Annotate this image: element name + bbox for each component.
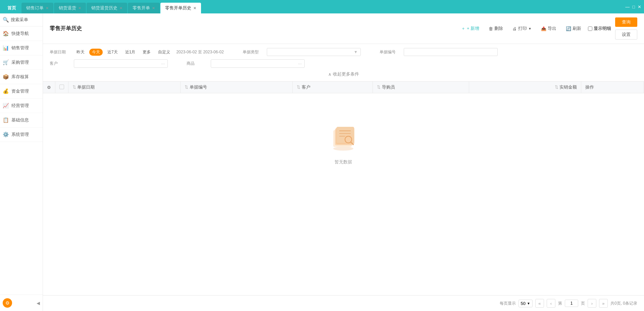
number-filter-label: 单据编号 — [380, 49, 398, 55]
print-label: 打印 — [518, 25, 527, 32]
select-all-checkbox[interactable] — [59, 85, 64, 89]
sidebar-collapse-btn[interactable]: ◀ — [37, 301, 40, 306]
th-settings[interactable]: ⚙ — [43, 82, 55, 93]
refresh-button[interactable]: 🔄 刷新 — [563, 24, 584, 33]
export-icon: 📤 — [541, 26, 546, 31]
window-maximize[interactable]: □ — [632, 4, 635, 9]
sidebar-item-quick-nav[interactable]: 🏠 快捷导航 — [0, 27, 43, 41]
empty-state: 暂无数据 — [43, 93, 644, 192]
main-layout: 🔍 搜索采单 🏠 快捷导航 📊 销售管理 🛒 采购管理 📦 库存核算 💰 资金管… — [0, 13, 644, 311]
date-btn-yesterday[interactable]: 昨天 — [74, 49, 87, 56]
type-filter-select[interactable]: ▼ — [267, 48, 361, 56]
collapse-arrow-icon: ◀ — [37, 301, 40, 306]
total-info: 共0页, 0条记录 — [610, 301, 637, 306]
sidebar-item-system-label: 系统管理 — [11, 132, 29, 138]
empty-row: 暂无数据 — [43, 93, 644, 192]
close-sales-return-history-icon[interactable]: ✕ — [119, 6, 122, 10]
date-filter-label: 单据日期 — [50, 49, 68, 55]
customer-filter-select[interactable]: ··· — [74, 59, 168, 68]
tab-retail-history[interactable]: 零售开单历史 ✕ — [160, 3, 201, 13]
tab-sales-return[interactable]: 销货退货 ✕ — [54, 3, 86, 13]
date-range-display: 2023-06-02 至 2023-06-02 — [176, 49, 224, 55]
page-title: 零售开单历史 — [50, 25, 82, 32]
th-number[interactable]: ⇅ 单据编号 — [181, 82, 293, 93]
goods-filter-label: 商品 — [187, 61, 205, 66]
last-page-btn[interactable]: » — [599, 299, 608, 308]
date-btn-1month[interactable]: 近1月 — [122, 49, 138, 56]
page-size-value: 50 — [521, 301, 526, 306]
date-btn-today[interactable]: 今天 — [89, 49, 103, 56]
export-button[interactable]: 📤 导出 — [538, 24, 559, 33]
date-btn-custom[interactable]: 自定义 — [155, 49, 173, 56]
date-options: 昨天 今天 近7天 近1月 更多 自定义 2023-06-02 至 2023-0… — [74, 49, 224, 56]
sidebar-item-finance[interactable]: 💰 资金管理 — [0, 84, 43, 99]
home-icon: 🏠 — [3, 31, 9, 37]
sidebar-item-system[interactable]: ⚙️ 系统管理 — [0, 127, 43, 142]
search-icon: 🔍 — [3, 17, 9, 23]
window-minimize[interactable]: — — [625, 4, 630, 9]
right-buttons: 查询 设置 — [615, 17, 637, 40]
prev-page-btn[interactable]: ‹ — [547, 299, 555, 308]
sidebar-item-management[interactable]: 📈 经营管理 — [0, 99, 43, 113]
sidebar-search[interactable]: 🔍 搜索采单 — [0, 13, 43, 27]
next-page-btn[interactable]: › — [588, 299, 596, 308]
table-settings-icon[interactable]: ⚙ — [47, 85, 51, 90]
query-button[interactable]: 查询 — [615, 17, 637, 27]
setting-button[interactable]: 设置 — [615, 30, 637, 40]
sidebar: 🔍 搜索采单 🏠 快捷导航 📊 销售管理 🛒 采购管理 📦 库存核算 💰 资金管… — [0, 13, 43, 311]
th-date[interactable]: ⇅ 单据日期 — [68, 82, 181, 93]
goods-dots-icon: ··· — [298, 61, 302, 66]
empty-text: 暂无数据 — [335, 159, 352, 165]
sidebar-item-finance-label: 资金管理 — [11, 88, 29, 94]
collapse-btn[interactable]: ∧ 收起更多条件 — [50, 71, 637, 77]
print-button[interactable]: 🖨 打印 ▼ — [510, 24, 534, 33]
table-wrapper: ⚙ ⇅ 单据日期 ⇅ 单据编号 — [43, 82, 644, 295]
goods-filter-select[interactable]: ··· — [211, 59, 305, 68]
tab-sales-order[interactable]: 销售订单 ✕ — [21, 3, 53, 13]
management-icon: 📈 — [3, 103, 9, 109]
display-detail-toggle[interactable]: 显示明细 — [588, 25, 611, 32]
purchase-icon: 🛒 — [3, 59, 9, 65]
settings-bottom-icon[interactable]: ⚙ — [3, 298, 12, 308]
th-customer[interactable]: ⇅ 客户 — [293, 82, 373, 93]
first-page-btn[interactable]: « — [535, 299, 544, 308]
page-number-input[interactable] — [565, 300, 578, 307]
tab-sales-return-history-label: 销货退货历史 — [91, 5, 117, 11]
filter-area: 单据日期 昨天 今天 近7天 近1月 更多 自定义 2023-06-02 至 2… — [43, 44, 644, 82]
close-sales-return-icon[interactable]: ✕ — [78, 6, 81, 10]
current-page-go-label: 第 — [558, 301, 562, 306]
sidebar-bottom: ⚙ ◀ — [0, 295, 43, 311]
page-size-select[interactable]: 50 ▼ — [518, 300, 533, 307]
tab-retail-order[interactable]: 零售开单 ✕ — [128, 3, 160, 13]
date-btn-more[interactable]: 更多 — [140, 49, 153, 56]
tab-home[interactable]: 首页 — [3, 3, 21, 13]
date-btn-7days[interactable]: 近7天 — [105, 49, 120, 56]
window-close[interactable]: ✕ — [638, 4, 641, 9]
tab-retail-order-label: 零售开单 — [133, 5, 150, 11]
sidebar-item-purchase[interactable]: 🛒 采购管理 — [0, 55, 43, 70]
display-detail-checkbox[interactable] — [588, 27, 592, 31]
add-label: + 新增 — [467, 25, 479, 32]
sidebar-item-basic-info[interactable]: 📋 基础信息 — [0, 113, 43, 127]
sidebar-item-purchase-label: 采购管理 — [11, 59, 29, 65]
th-salesperson-sort-icon: ⇅ — [377, 85, 381, 90]
sidebar-item-inventory[interactable]: 📦 库存核算 — [0, 70, 43, 84]
close-sales-order-icon[interactable]: ✕ — [46, 6, 49, 10]
sidebar-item-quick-nav-label: 快捷导航 — [11, 31, 29, 37]
add-button[interactable]: ＋ + 新增 — [458, 24, 482, 33]
th-checkbox[interactable] — [55, 82, 68, 93]
type-filter-label: 单据类型 — [243, 49, 261, 55]
sidebar-item-sales[interactable]: 📊 销售管理 — [0, 41, 43, 55]
th-amount[interactable]: ⇅ 实销金额 — [469, 82, 581, 93]
refresh-icon: 🔄 — [566, 26, 571, 31]
tab-home-label: 首页 — [7, 5, 16, 11]
th-salesperson[interactable]: ⇅ 导购员 — [373, 82, 469, 93]
tab-sales-return-history[interactable]: 销货退货历史 ✕ — [87, 3, 127, 13]
th-number-label: 单据编号 — [190, 85, 207, 90]
close-retail-order-icon[interactable]: ✕ — [152, 6, 155, 10]
tab-retail-history-label: 零售开单历史 — [165, 5, 191, 11]
refresh-label: 刷新 — [573, 25, 581, 32]
delete-button[interactable]: 🗑 删除 — [486, 24, 506, 33]
close-retail-history-icon[interactable]: ✕ — [193, 6, 196, 10]
number-filter-input[interactable] — [404, 48, 498, 56]
